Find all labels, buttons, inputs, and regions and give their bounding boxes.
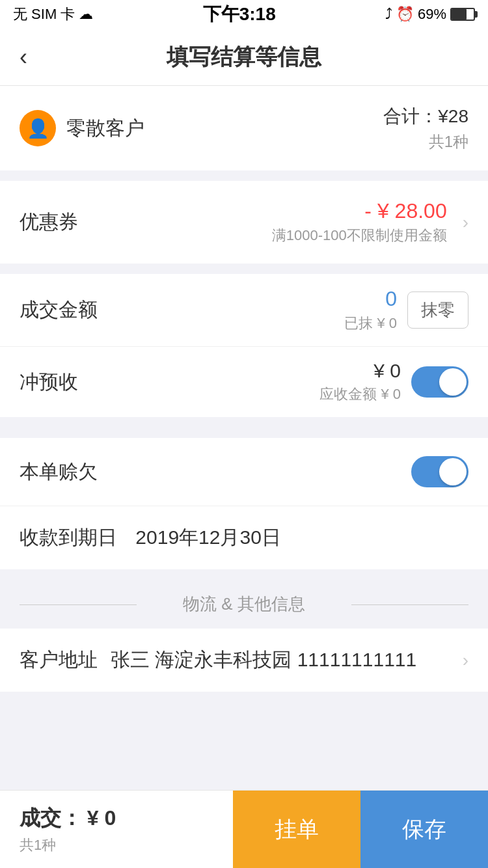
address-section: 客户地址 张三 海淀永丰科技园 11111111111 › <box>0 629 488 692</box>
debt-label: 本单赊欠 <box>20 459 98 485</box>
total-amount: 合计：¥28 <box>383 104 468 129</box>
debt-section: 本单赊欠 收款到期日 2019年12月30日 <box>0 438 488 569</box>
discount-amount: - ¥ 28.00 <box>272 199 447 223</box>
bottom-count: 共1种 <box>20 835 213 855</box>
prepay-amount: ¥ 0 <box>319 360 401 382</box>
address-row[interactable]: 客户地址 张三 海淀永丰科技园 11111111111 › <box>0 629 488 692</box>
section-divider-1 <box>0 264 488 274</box>
debt-toggle-knob <box>439 458 467 485</box>
location-icon: ⤴ <box>385 6 392 23</box>
transaction-section: 成交金额 0 已抹 ¥ 0 抹零 冲预收 ¥ 0 应收金额 ¥ 0 <box>0 274 488 417</box>
status-left: 无 SIM 卡 ☁ <box>13 5 93 24</box>
transaction-label: 成交金额 <box>20 297 98 323</box>
status-right: ⤴ ⏰ 69% <box>385 6 475 23</box>
sim-label: 无 SIM 卡 ☁ <box>13 5 93 24</box>
battery-label: 69% <box>418 6 446 23</box>
page-title: 填写结算等信息 <box>167 42 321 72</box>
main-content: 👤 零散客户 合计：¥28 共1种 优惠券 - ¥ 28.00 满1000-10… <box>0 86 488 776</box>
address-label: 客户地址 <box>20 647 98 673</box>
save-button[interactable]: 保存 <box>360 791 488 869</box>
due-date-value: 2019年12月30日 <box>135 526 280 548</box>
toggle-knob <box>439 368 467 396</box>
status-bar: 无 SIM 卡 ☁ 下午3:18 ⤴ ⏰ 69% <box>0 0 488 29</box>
transaction-sub: 已抹 ¥ 0 <box>344 314 397 333</box>
deal-prefix: 成交： <box>20 806 82 830</box>
avatar-icon: 👤 <box>27 118 49 139</box>
coupon-label: 优惠券 <box>20 209 78 236</box>
bottom-bar: 成交： ¥ 0 共1种 挂单 保存 <box>0 790 488 868</box>
prepay-row: 冲预收 ¥ 0 应收金额 ¥ 0 <box>0 346 488 417</box>
prepay-sub: 应收金额 ¥ 0 <box>319 385 401 404</box>
bottom-info: 成交： ¥ 0 共1种 <box>0 804 233 855</box>
prepay-toggle[interactable] <box>411 366 468 398</box>
due-date-label: 收款到期日 <box>20 526 117 548</box>
prepay-right: ¥ 0 应收金额 ¥ 0 <box>319 360 468 404</box>
discount-desc: 满1000-100不限制使用金额 <box>272 226 447 245</box>
coupon-right: - ¥ 28.00 满1000-100不限制使用金额 › <box>272 199 468 245</box>
customer-section: 👤 零散客户 合计：¥28 共1种 <box>0 86 488 170</box>
prepay-label: 冲预收 <box>20 369 78 396</box>
address-value: 张三 海淀永丰科技园 11111111111 <box>111 647 450 673</box>
section-divider-2 <box>0 417 488 427</box>
nav-bar: ‹ 填写结算等信息 <box>0 29 488 86</box>
transaction-value-wrapper: 0 已抹 ¥ 0 <box>344 287 397 333</box>
bottom-deal-label: 成交： ¥ 0 <box>20 804 213 833</box>
round-button[interactable]: 抹零 <box>407 292 468 329</box>
coupon-value: - ¥ 28.00 满1000-100不限制使用金额 <box>272 199 447 245</box>
coupon-row[interactable]: 优惠券 - ¥ 28.00 满1000-100不限制使用金额 › <box>0 181 488 264</box>
logistics-label: 物流 & 其他信息 <box>183 594 305 614</box>
avatar: 👤 <box>20 110 56 146</box>
transaction-amount: 0 <box>344 287 397 311</box>
battery-icon <box>450 8 475 21</box>
debt-toggle[interactable] <box>411 456 468 487</box>
transaction-row: 成交金额 0 已抹 ¥ 0 抹零 <box>0 274 488 346</box>
due-date-row: 收款到期日 2019年12月30日 <box>0 506 488 569</box>
alarm-icon: ⏰ <box>396 6 414 23</box>
customer-name: 零散客户 <box>66 115 144 142</box>
customer-total: 合计：¥28 共1种 <box>383 104 468 152</box>
customer-info: 👤 零散客户 <box>20 110 144 146</box>
status-time: 下午3:18 <box>203 2 276 27</box>
debt-row: 本单赊欠 <box>0 438 488 506</box>
total-count: 共1种 <box>383 131 468 152</box>
hold-button[interactable]: 挂单 <box>233 791 360 869</box>
prepay-value-wrapper: ¥ 0 应收金额 ¥ 0 <box>319 360 401 404</box>
back-button[interactable]: ‹ <box>20 44 27 71</box>
coupon-section: 优惠券 - ¥ 28.00 满1000-100不限制使用金额 › <box>0 181 488 264</box>
transaction-right: 0 已抹 ¥ 0 抹零 <box>344 287 468 333</box>
chevron-right-icon: › <box>463 212 468 233</box>
logistics-header: 物流 & 其他信息 <box>0 580 488 629</box>
address-chevron-icon: › <box>463 650 468 671</box>
deal-amount: ¥ 0 <box>87 806 116 830</box>
